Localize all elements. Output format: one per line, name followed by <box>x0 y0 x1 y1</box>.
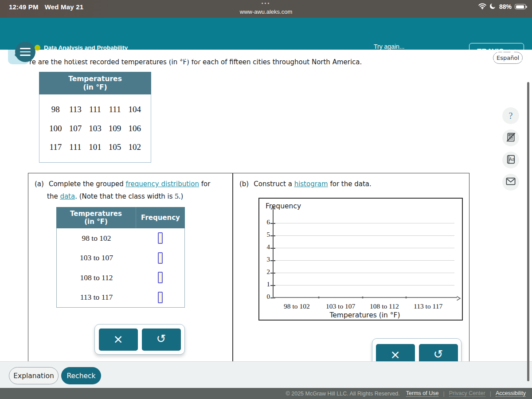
bottom-action-bar: Explanation Recheck <box>0 361 532 388</box>
question-mark-icon: ? <box>509 111 513 121</box>
gridline <box>273 235 454 236</box>
progress-segment <box>374 54 392 59</box>
data-table-body: 9811311111110410010710310910611711110110… <box>39 94 151 163</box>
calculator-disabled-button[interactable] <box>502 129 519 146</box>
wifi-icon <box>478 3 486 11</box>
dictionary-aa-icon: Aa <box>506 154 516 166</box>
battery-icon <box>515 4 526 9</box>
explanation-button[interactable]: Explanation <box>9 367 59 384</box>
x-category-label: 98 to 102 <box>272 302 321 310</box>
gridline <box>273 273 454 273</box>
temperature-value: 101 <box>85 142 105 152</box>
y-tick-label: 6 <box>259 219 270 226</box>
x-category-label: 108 to 112 <box>360 302 409 310</box>
class-interval-label: 98 to 102 <box>57 234 136 243</box>
lesson-title: Constructing a frequency distribution an… <box>35 54 212 62</box>
progress-bar <box>374 54 431 59</box>
temperature-value: 103 <box>85 124 105 133</box>
x-axis-arrow-icon <box>456 294 461 303</box>
temperature-value: 109 <box>105 124 125 133</box>
focus-moon-icon <box>489 3 496 11</box>
frequency-distribution-table: Temperatures (in °F) Frequency 98 to 102… <box>56 207 185 308</box>
histogram-chart[interactable]: Frequency 012345698 to 102103 to 107108 … <box>258 198 463 321</box>
histogram-link[interactable]: histogram <box>294 180 328 188</box>
message-button[interactable] <box>502 174 519 191</box>
aleks-header: Data Analysis and Probability Constructi… <box>0 18 532 50</box>
temperature-value: 113 <box>66 105 86 114</box>
topic-status-dot-icon <box>35 45 40 51</box>
temperature-value: 98 <box>46 105 66 114</box>
gridline <box>273 285 454 286</box>
temperature-value: 102 <box>125 142 145 152</box>
frequency-input[interactable] <box>158 252 163 264</box>
user-name: TRAVIS <box>477 48 504 56</box>
class-interval-label: 103 to 107 <box>57 253 136 262</box>
part-a-label: (a) <box>35 180 44 188</box>
data-table-row: 117111101105102 <box>39 142 151 152</box>
dictionary-button[interactable]: Aa <box>502 152 519 168</box>
y-tick-label: 2 <box>259 268 270 276</box>
y-tick-label: 3 <box>259 256 270 263</box>
y-axis-line <box>273 207 274 298</box>
y-tick-label: 5 <box>259 231 270 239</box>
gridline <box>273 248 454 248</box>
frequency-table-body: 98 to 102103 to 107108 to 112113 to 117 <box>56 228 185 308</box>
temperature-value: 106 <box>125 124 145 133</box>
svg-text:Aa: Aa <box>509 157 515 162</box>
frequency-input[interactable] <box>158 232 163 244</box>
envelope-icon <box>505 177 516 188</box>
frequency-table-header: Temperatures (in °F) Frequency <box>56 207 185 228</box>
address-url[interactable]: www-awu.aleks.com <box>0 8 532 15</box>
recheck-button[interactable]: Recheck <box>61 367 101 384</box>
frequency-table-row: 103 to 107 <box>57 248 184 268</box>
user-menu-button[interactable]: TRAVIS <box>469 43 524 61</box>
chevron-down-icon <box>509 48 516 56</box>
frequency-input[interactable] <box>158 272 163 283</box>
x-axis-title: Temperatures (in °F) <box>273 311 457 319</box>
frequency-distribution-link[interactable]: frequency distribution <box>125 180 199 188</box>
temperature-value: 111 <box>85 105 105 114</box>
class-interval-label: 108 to 112 <box>57 273 136 282</box>
gridline <box>273 260 454 261</box>
privacy-center-link[interactable]: Privacy Center <box>449 390 485 397</box>
frequency-input[interactable] <box>158 292 163 303</box>
menu-button[interactable] <box>15 42 35 62</box>
part-b-prompt: (b)Construct a histogram for the data. <box>239 178 466 190</box>
data-table-header: Temperatures (in °F) <box>39 72 151 94</box>
help-button[interactable]: ? <box>502 107 519 124</box>
frequency-table-row: 98 to 102 <box>57 228 184 248</box>
topic-name: Data Analysis and Probability <box>44 44 128 51</box>
ios-status-bar: 12:49 PMWed May 21 ••• www-awu.aleks.com… <box>0 0 532 18</box>
page-footer: © 2025 McGraw Hill LLC. All Rights Reser… <box>0 388 532 399</box>
x-category-label: 103 to 107 <box>316 302 365 310</box>
terms-of-use-link[interactable]: Terms of Use <box>406 390 439 397</box>
temperature-value: 104 <box>125 105 145 114</box>
data-table-row: 98113111111104 <box>39 105 151 114</box>
accessibility-link[interactable]: Accessibility <box>496 390 526 397</box>
temperatures-data-table: Temperatures (in °F) 9811311111110410010… <box>39 72 151 163</box>
undo-button[interactable]: ↺ <box>142 329 181 351</box>
temperature-value: 111 <box>105 105 125 114</box>
tab-overview-dots[interactable]: ••• <box>0 0 532 6</box>
temperature-value: 111 <box>66 142 86 152</box>
part-a-prompt: (a)Complete the grouped frequency distri… <box>35 178 230 203</box>
part-a-answer-controls: × ↺ <box>94 324 185 355</box>
x-category-label: 113 to 117 <box>404 302 453 310</box>
part-b-label: (b) <box>239 180 249 188</box>
y-tick-label: 0 <box>259 293 270 301</box>
panel-divider <box>232 173 233 372</box>
frequency-table-row: 113 to 117 <box>57 288 184 308</box>
y-axis-arrow-icon <box>270 203 276 212</box>
answer-panels: (a)Complete the grouped frequency distri… <box>28 173 469 372</box>
temperature-value: 117 <box>46 142 66 152</box>
calculator-off-icon <box>506 132 516 144</box>
class-width-value: 5 <box>175 192 179 200</box>
data-link[interactable]: data <box>60 192 75 200</box>
clear-answer-button[interactable]: × <box>99 329 138 351</box>
progress-count: 0/3 <box>435 53 444 60</box>
progress-segment <box>393 54 411 59</box>
attempt-status: Try again... <box>374 43 405 50</box>
data-table-row: 100107103109106 <box>39 124 151 133</box>
x-axis-line <box>273 297 457 298</box>
scrollbar[interactable] <box>527 82 529 381</box>
